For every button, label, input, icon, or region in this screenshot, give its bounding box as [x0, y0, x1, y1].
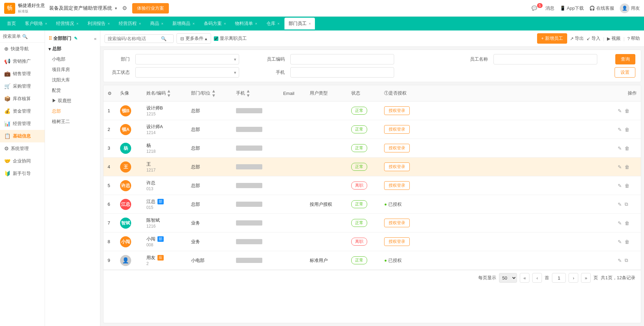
tab-addgoods-close[interactable]: × — [192, 21, 194, 26]
delete-icon[interactable]: 🗑 — [625, 239, 629, 245]
copy-icon[interactable]: ⧉ — [625, 257, 628, 263]
online-service-item[interactable]: 🎧 在线客服 — [589, 5, 614, 11]
sidebar-item-guide[interactable]: 🔰 新手引导 — [0, 167, 45, 180]
trial-btn[interactable]: 体验行业方案 — [132, 3, 169, 14]
auth-login-btn[interactable]: 授权登录 — [384, 106, 410, 115]
sidebar-item-finance[interactable]: 💰 资金管理 — [0, 105, 45, 117]
tab-home[interactable]: 首页 — [3, 18, 20, 29]
auth-login-btn[interactable]: 授权登录 — [384, 162, 410, 171]
tab-goods-close[interactable]: × — [161, 21, 163, 26]
edit-icon[interactable]: ✎ — [618, 239, 622, 245]
tab-customer-close[interactable]: × — [45, 21, 47, 26]
tree-item-xiaodian[interactable]: 小电部 — [45, 54, 100, 64]
code-filter-input[interactable] — [290, 54, 394, 64]
col-name[interactable]: 姓名/编码 ▲▼ — [142, 85, 187, 102]
app-download-item[interactable]: 📱 App下载 — [560, 5, 584, 11]
delete-icon[interactable]: 🗑 — [625, 108, 629, 114]
message-item[interactable]: 💬 5 消息 — [532, 5, 554, 11]
edit-icon[interactable]: ✎ — [618, 220, 622, 226]
tree-item-xiangmu[interactable]: 项目库房 — [45, 64, 100, 75]
auth-login-btn[interactable]: 授权登录 — [384, 144, 410, 152]
delete-icon[interactable]: 🗑 — [625, 164, 629, 170]
tab-add-goods[interactable]: 新增商品× — [168, 18, 199, 29]
tab-operations[interactable]: 经营情况× — [52, 18, 82, 29]
col-dept[interactable]: 部门/职位 ▲▼ — [187, 85, 232, 102]
tree-item-shenyang[interactable]: 沈阳大库 — [45, 75, 100, 85]
col-settings[interactable]: ⚙ — [103, 85, 116, 102]
edit-icon[interactable]: ✎ — [618, 258, 622, 263]
show-resigned-checkbox[interactable] — [214, 36, 218, 41]
sidebar-item-inventory[interactable]: 📦 库存核算 — [0, 92, 45, 105]
name-filter-input[interactable] — [493, 54, 597, 64]
first-page-btn[interactable]: « — [520, 273, 529, 283]
more-filter-btn[interactable]: ⊟ 更多条件 ▴ — [176, 33, 211, 44]
delete-icon[interactable]: 🗑 — [625, 146, 629, 151]
dept-select[interactable] — [135, 54, 239, 64]
tab-deptstaff-close[interactable]: × — [309, 21, 311, 26]
tab-profit[interactable]: 利润报告× — [83, 18, 114, 29]
import-btn[interactable]: ↙ 导入 — [587, 35, 600, 42]
export-btn[interactable]: ↗ 导出 — [570, 35, 584, 42]
auth-login-btn[interactable]: 授权登录 — [384, 219, 410, 227]
tree-edit-icon[interactable]: ✎ — [74, 36, 78, 41]
delete-icon[interactable]: 🗑 — [625, 183, 629, 188]
reset-btn[interactable]: 设置 — [615, 67, 635, 78]
tab-history[interactable]: 经营历程× — [115, 18, 145, 29]
sidebar-search[interactable]: 搜索菜单 🔍 — [0, 30, 45, 43]
auth-login-btn[interactable]: 授权登录 — [384, 237, 410, 246]
sidebar-item-system[interactable]: ⚙ 系统管理 — [0, 142, 45, 155]
tree-item-zhishu[interactable]: 植树王二 — [45, 116, 100, 127]
sidebar-item-operations[interactable]: 📊 经营管理 — [0, 117, 45, 130]
tab-customer[interactable]: 客户联络× — [21, 18, 51, 29]
video-btn[interactable]: ▶ 视频 — [607, 35, 620, 42]
status-select-wrap[interactable] — [135, 67, 239, 78]
tab-history-close[interactable]: × — [139, 21, 141, 26]
search-input[interactable] — [108, 36, 160, 41]
tree-item-shuanglu[interactable]: ▶ 双鹿想 — [45, 96, 100, 106]
dept-select-wrap[interactable] — [135, 54, 239, 64]
edit-icon[interactable]: ✎ — [618, 164, 622, 170]
page-number-input[interactable] — [552, 273, 566, 283]
tab-barcode[interactable]: 条码方案× — [200, 18, 230, 29]
system-dropdown-arrow[interactable]: ▾ — [115, 6, 117, 11]
edit-icon[interactable]: ✎ — [618, 183, 622, 188]
query-btn[interactable]: 查询 — [615, 54, 635, 64]
show-resigned-label[interactable]: 显示离职员工 — [214, 35, 247, 42]
auth-login-btn[interactable]: 授权登录 — [384, 125, 410, 134]
delete-icon[interactable]: 🗑 — [625, 220, 629, 226]
copy-icon[interactable]: ⧉ — [625, 201, 628, 207]
col-phone[interactable]: 手机 ▲▼ — [232, 85, 279, 102]
add-employee-btn[interactable]: + 新增员工 — [537, 33, 567, 44]
tree-collapse-btn[interactable]: « — [94, 36, 97, 41]
sidebar-item-basic-info[interactable]: 📋 基础信息 — [0, 130, 45, 142]
edit-icon[interactable]: ✎ — [618, 146, 622, 151]
sidebar-item-quick-nav[interactable]: ⊕ 快捷导航 — [0, 43, 45, 55]
edit-icon[interactable]: ✎ — [618, 202, 622, 207]
user-item[interactable]: 👤 用友 — [620, 3, 640, 13]
tab-barcode-close[interactable]: × — [224, 21, 226, 26]
tab-bom-close[interactable]: × — [255, 21, 257, 26]
tree-item-peihuo[interactable]: 配货 — [45, 85, 100, 96]
help-btn[interactable]: ? 帮助 — [627, 35, 640, 42]
tab-profit-close[interactable]: × — [108, 21, 110, 26]
tree-group-zongbu[interactable]: ▾ 总部 — [45, 44, 100, 54]
prev-page-btn[interactable]: ‹ — [532, 273, 542, 283]
search-wrap[interactable]: 🔍 — [105, 34, 174, 43]
tab-goods[interactable]: 商品× — [146, 18, 167, 29]
phone-filter-input[interactable] — [290, 67, 394, 78]
tab-dept-staff[interactable]: 部门员工× — [284, 18, 315, 29]
tab-operations-close[interactable]: × — [76, 21, 78, 26]
edit-icon[interactable]: ✎ — [618, 127, 622, 132]
settings-gear-button[interactable]: ⚙ — [120, 3, 129, 13]
per-page-select[interactable]: 50 100 200 — [499, 273, 517, 283]
tab-bom[interactable]: 物料清单× — [231, 18, 261, 29]
tab-warehouse-close[interactable]: × — [278, 21, 280, 26]
sidebar-item-sales[interactable]: 💼 销售管理 — [0, 68, 45, 80]
edit-icon[interactable]: ✎ — [618, 108, 622, 114]
delete-icon[interactable]: 🗑 — [625, 127, 629, 132]
sidebar-item-purchase[interactable]: 🛒 采购管理 — [0, 80, 45, 92]
sidebar-item-marketing[interactable]: 📢 营销推广 — [0, 55, 45, 68]
next-page-btn[interactable]: › — [569, 273, 578, 283]
auth-login-btn[interactable]: 授权登录 — [384, 181, 410, 190]
sidebar-item-enterprise[interactable]: 🤝 企业协同 — [0, 155, 45, 167]
